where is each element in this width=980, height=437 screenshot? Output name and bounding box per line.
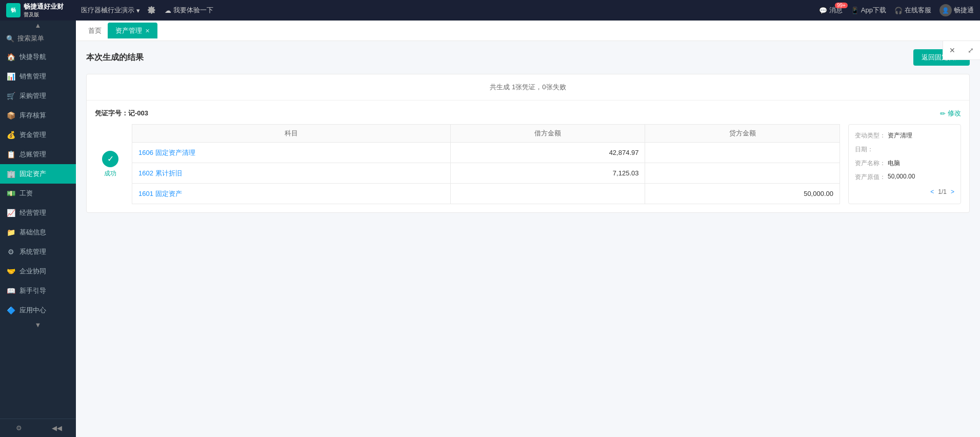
table-row: 1606 固定资产清理42,874.97 [132,143,840,163]
sidebar-item-basic-info[interactable]: 📁 基础信息 [0,223,76,242]
voucher-left: ✓ 成功 科目 借方金额 贷方金额 [95,124,840,204]
sidebar: ▲ 🔍 搜索菜单 🏠 快捷导航 📊 销售管理 🛒 采购管理 📦 库存核算 💰 资… [0,21,76,437]
change-type-value: 资产清理 [888,131,912,140]
company-settings-button[interactable] [144,3,158,17]
close-panel-button[interactable]: ✕ [943,41,962,59]
finance-icon: 💰 [6,130,15,140]
side-actions: ✕ ⤢ [943,41,980,60]
col-debit: 借方金额 [450,125,645,143]
expand-panel-button[interactable]: ⤢ [962,41,980,59]
tab-asset-management[interactable]: 资产管理 ✕ [108,23,157,38]
guide-icon: 📖 [6,286,15,295]
main-layout: ▲ 🔍 搜索菜单 🏠 快捷导航 📊 销售管理 🛒 采购管理 📦 库存核算 💰 资… [0,21,980,437]
pagination: < 1/1 > [849,184,961,200]
search-icon: 🔍 [6,35,14,43]
sidebar-item-app-center[interactable]: 🔷 应用中心 [0,301,76,320]
edit-button[interactable]: ✏ 修改 [940,109,961,118]
online-service-label: 在线客服 [905,6,931,15]
sidebar-item-label: 固定资产 [19,169,46,178]
sidebar-item-label: 新手引导 [19,286,46,295]
sidebar-bottom: ⚙ ◀◀ [0,419,76,437]
tab-close-button[interactable]: ✕ [145,28,150,34]
cell-credit [645,163,840,184]
logo-name: 畅捷通好业财 [24,2,64,11]
sidebar-item-system[interactable]: ⚙ 系统管理 [0,242,76,262]
cell-account: 1606 固定资产清理 [132,143,451,163]
sidebar-item-label: 资金管理 [19,130,46,140]
sidebar-item-purchase[interactable]: 🛒 采购管理 [0,86,76,106]
sidebar-item-ledger[interactable]: 📋 总账管理 [0,145,76,164]
home-tab-label: 首页 [88,27,102,34]
success-indicator: ✓ 成功 [95,124,126,204]
sidebar-item-guide[interactable]: 📖 新手引导 [0,281,76,301]
page-title: 本次生成的结果 [86,52,144,63]
tab-home[interactable]: 首页 [84,23,106,38]
summary-text: 共生成 1张凭证，0张失败 [490,83,566,91]
sidebar-item-enterprise[interactable]: 🤝 企业协同 [0,262,76,281]
close-icon: ✕ [949,46,955,54]
prev-page-button[interactable]: < [930,188,934,195]
app-download-button[interactable]: 📱 App下载 [851,6,886,15]
sidebar-collapse-button[interactable]: ◀◀ [38,419,76,437]
sidebar-settings-button[interactable]: ⚙ [0,419,38,437]
app-download-icon: 📱 [851,7,859,14]
sidebar-item-payroll[interactable]: 💵 工资 [0,184,76,203]
trial-button[interactable]: ☁ 我要体验一下 [165,6,213,15]
sidebar-item-label: 企业协同 [19,267,46,276]
cell-debit [450,184,645,204]
sidebar-scroll-down[interactable]: ▼ [0,320,76,329]
voucher-content: ✓ 成功 科目 借方金额 贷方金额 [95,124,961,204]
tab-bar: 首页 资产管理 ✕ [76,21,980,41]
sidebar-item-operations[interactable]: 📈 经营管理 [0,203,76,223]
cell-debit: 7,125.03 [450,163,645,184]
sidebar-item-sales[interactable]: 📊 销售管理 [0,67,76,86]
sidebar-item-label: 工资 [19,189,33,198]
user-menu[interactable]: 👤 畅捷通 [939,4,974,16]
sidebar-item-label: 系统管理 [19,247,46,256]
fixed-assets-icon: 🏢 [6,169,15,178]
voucher-table: 科目 借方金额 贷方金额 1606 固定资产清理42,874.971602 累计… [132,124,840,204]
messages-badge: 99+ [835,3,848,8]
avatar: 👤 [939,4,952,16]
cell-debit: 42,874.97 [450,143,645,163]
cell-credit: 50,000.00 [645,184,840,204]
sidebar-item-inventory[interactable]: 📦 库存核算 [0,106,76,125]
company-selector[interactable]: 医疗器械行业演示 ▾ [81,6,140,15]
messages-icon: 💬 [819,7,827,14]
sidebar-item-label: 销售管理 [19,72,46,81]
info-asset-name: 资产名称： 电脑 [849,156,961,170]
page-header: 本次生成的结果 返回固定资产 [86,49,970,66]
col-credit: 贷方金额 [645,125,840,143]
top-bar-right: 💬 消息 99+ 📱 App下载 🎧 在线客服 👤 畅捷通 [819,4,974,16]
success-text: 成功 [104,169,116,178]
gear-icon: ⚙ [16,424,22,432]
next-page-button[interactable]: > [951,188,954,195]
app-logo: 畅 畅捷通好业财 普及版 [6,2,73,18]
system-icon: ⚙ [6,247,15,256]
sidebar-item-label: 基础信息 [19,228,46,237]
col-account: 科目 [132,125,451,143]
payroll-icon: 💵 [6,189,15,198]
info-date: 日期： [849,143,961,156]
sidebar-scroll-up[interactable]: ▲ [0,21,76,30]
operations-icon: 📈 [6,208,15,217]
sidebar-item-label: 搜索菜单 [17,34,44,43]
app-center-icon: 🔷 [6,306,15,315]
home-icon: 🏠 [6,52,15,62]
success-icon: ✓ [102,151,118,167]
sidebar-item-search[interactable]: 🔍 搜索菜单 [0,30,76,47]
sidebar-item-fixed-assets[interactable]: 🏢 固定资产 [0,164,76,184]
dropdown-icon: ▾ [136,7,140,14]
username: 畅捷通 [954,6,974,15]
tab-label: 资产管理 [115,26,142,35]
basic-info-icon: 📁 [6,228,15,237]
table-row: 1602 累计折旧7,125.03 [132,163,840,184]
sidebar-item-label: 应用中心 [19,306,46,315]
messages-button[interactable]: 💬 消息 99+ [819,6,843,15]
sidebar-item-quick-nav[interactable]: 🏠 快捷导航 [0,47,76,67]
edit-label: 修改 [948,109,961,118]
online-service-button[interactable]: 🎧 在线客服 [894,6,931,15]
content-area: 首页 资产管理 ✕ ✕ ⤢ 本次生成的结果 返回固定资产 [76,21,980,437]
sidebar-item-finance[interactable]: 💰 资金管理 [0,125,76,145]
voucher-block: 凭证字号：记-003 ✏ 修改 ✓ 成功 [87,101,969,212]
